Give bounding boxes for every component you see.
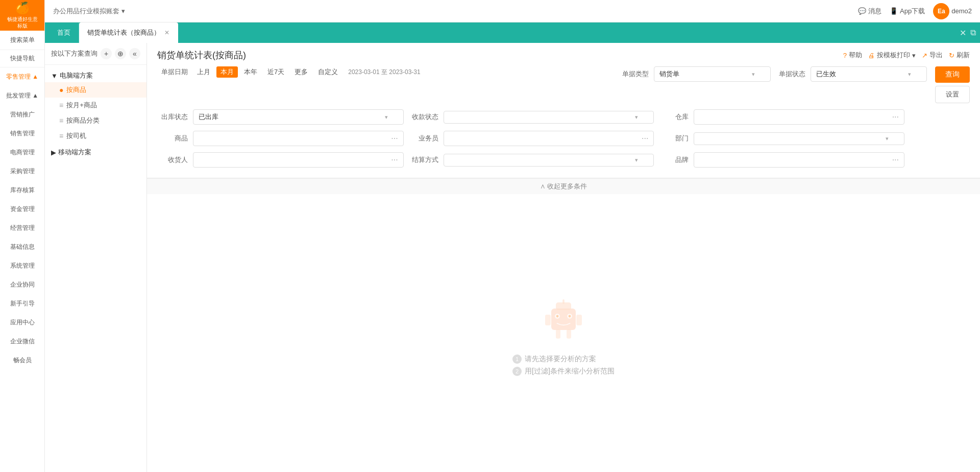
tab-sales-stat[interactable]: 销货单统计表（按商品） ✕ (79, 22, 178, 43)
export-label: 导出 (929, 51, 943, 60)
export-btn[interactable]: ↗ 导出 (922, 51, 943, 60)
sidebar-item-inventory[interactable]: 库存核算 (0, 181, 44, 200)
date-range: 2023-03-01 至 2023-03-31 (348, 68, 420, 77)
sidebar-item-ecommerce[interactable]: 电商管理 (0, 143, 44, 162)
username: demo2 (951, 7, 972, 15)
finance-label: 资金管理 (10, 205, 35, 214)
breadcrumb-dropdown[interactable]: 办公用品行业模拟账套 ▾ (53, 7, 125, 16)
sidebar-item-operation[interactable]: 经营管理 (0, 219, 44, 238)
receiver-dots-icon[interactable]: ··· (391, 155, 398, 164)
product-input[interactable]: ··· (193, 131, 404, 146)
product-dots-icon[interactable]: ··· (391, 134, 398, 143)
tree-item-by-product[interactable]: ● 按商品 (45, 82, 146, 98)
brand-dots-icon[interactable]: ··· (892, 155, 899, 164)
add-scheme-btn[interactable]: + (101, 48, 112, 59)
sidebar-item-wholesale[interactable]: 批发管理 ▲ (0, 86, 44, 105)
bill-status-select[interactable]: 已生效 ▾ (811, 66, 927, 82)
tree-group-pc[interactable]: ▼ 电脑端方案 (45, 69, 146, 82)
sidebar-item-basic[interactable]: 基础信息 (0, 238, 44, 256)
bill-type-value: 销货单 (659, 69, 679, 79)
date-tab-more[interactable]: 更多 (290, 66, 312, 78)
product-label: 商品 (157, 134, 193, 143)
newguide-label: 新手引导 (10, 299, 35, 308)
sidebar-item-purchase[interactable]: 采购管理 (0, 162, 44, 181)
settings-button[interactable]: 设置 (935, 86, 970, 103)
print-btn[interactable]: 🖨 按模板打印 ▾ (868, 51, 916, 60)
brand-input[interactable]: ··· (694, 152, 904, 168)
breadcrumb-text: 办公用品行业模拟账套 (53, 7, 119, 16)
help-btn[interactable]: ? 帮助 (843, 51, 862, 60)
sidebar-item-retail[interactable]: 零售管理 ▲ (0, 67, 44, 86)
department-select[interactable]: ▾ (694, 132, 904, 145)
tree-item-by-category[interactable]: ≡ 按商品分类 (45, 113, 146, 128)
avatar-text: Ea (938, 8, 945, 15)
salesperson-dots-icon[interactable]: ··· (642, 134, 648, 143)
help-icon: ? (843, 52, 847, 59)
empty-tip-1: 1 请先选择要分析的方案 (512, 355, 615, 364)
settlement-select[interactable]: ▾ (444, 154, 654, 167)
date-tab-custom[interactable]: 自定义 (314, 66, 342, 78)
list-icon-1: ≡ (59, 101, 63, 109)
list-icon-2: ≡ (59, 116, 63, 125)
bill-type-select[interactable]: 销货单 ▾ (654, 66, 770, 82)
tree-collapse-icon: ▶ (51, 149, 56, 156)
tree-item-by-cashier[interactable]: ≡ 按司机 (45, 128, 146, 144)
print-label: 按模板打印 (877, 51, 910, 60)
warehouse-input[interactable]: ··· (694, 109, 904, 125)
sidebar-item-member[interactable]: 畅会员 (0, 351, 44, 370)
restore-tab-icon[interactable]: ⧉ (970, 28, 976, 37)
sidebar-item-sales[interactable]: 销售管理 (0, 124, 44, 143)
quick-nav[interactable]: 快捷导航 (0, 50, 44, 67)
out-status-chevron-icon: ▾ (385, 114, 388, 121)
collapse-filter-btn[interactable]: ∧ 收起更多条件 (147, 178, 980, 194)
date-tab-7days[interactable]: 近7天 (263, 66, 288, 78)
page-header: 销货单统计表(按商品) ? 帮助 🖨 按模板打印 ▾ ↗ (147, 43, 980, 178)
app-download-btn[interactable]: 📱 App下载 (890, 7, 925, 16)
receiver-input[interactable]: ··· (193, 152, 404, 168)
sidebar-item-appcenter[interactable]: 应用中心 (0, 313, 44, 332)
refresh-btn[interactable]: ↻ 刷新 (949, 51, 970, 60)
out-status-select[interactable]: 已出库 ▾ (193, 109, 404, 125)
tree-item-by-cashier-label: 按司机 (66, 131, 86, 140)
salesperson-label: 业务员 (408, 134, 444, 143)
sidebar-logo: 🍊 畅捷通好生意 标版 (0, 0, 45, 31)
message-btn[interactable]: 💬 消息 (858, 7, 881, 16)
tab-home[interactable]: 首页 (49, 22, 79, 43)
tree-item-by-category-label: 按商品分类 (66, 116, 100, 125)
avatar: Ea (933, 3, 949, 19)
date-control: 上月 本月 本年 近7天 更多 自定义 2023-03-01 至 2023-03… (193, 66, 614, 78)
sidebar-item-marketing[interactable]: 营销推广 (0, 105, 44, 124)
sidebar-item-enterprise[interactable]: 企业协同 (0, 275, 44, 294)
collapse-panel-btn[interactable]: « (129, 48, 140, 59)
svg-point-6 (569, 315, 571, 318)
date-tab-lastmonth[interactable]: 上月 (193, 66, 214, 78)
print-icon: 🖨 (868, 52, 875, 59)
content-area: 按以下方案查询 + ⊕ « ▼ 电脑端方案 ● 按商品 ≡ 按月+ (45, 43, 980, 472)
bill-status-label: 单据状态 (775, 69, 811, 79)
sidebar-item-finance[interactable]: 资金管理 (0, 200, 44, 219)
sidebar-item-wechat[interactable]: 企业微信 (0, 332, 44, 351)
ecommerce-label: 电商管理 (10, 148, 35, 157)
tree-group-mobile[interactable]: ▶ 移动端方案 (45, 146, 146, 159)
edit-scheme-btn[interactable]: ⊕ (115, 48, 126, 59)
tree-item-by-month-product-label: 按月+商品 (66, 101, 97, 110)
sales-label: 销售管理 (10, 129, 35, 138)
sidebar-item-newguide[interactable]: 新手引导 (0, 294, 44, 313)
sidebar-item-system[interactable]: 系统管理 (0, 256, 44, 275)
tab-close-icon[interactable]: ✕ (164, 29, 169, 36)
date-tab-currentmonth[interactable]: 本月 (216, 66, 238, 78)
salesperson-input[interactable]: ··· (444, 131, 654, 146)
system-label: 系统管理 (10, 262, 35, 270)
tree-item-by-month-product[interactable]: ≡ 按月+商品 (45, 98, 146, 113)
warehouse-dots-icon[interactable]: ··· (892, 112, 899, 122)
user-profile[interactable]: Ea demo2 (933, 3, 972, 19)
tree-expand-icon: ▼ (51, 72, 58, 80)
query-button[interactable]: 查询 (935, 66, 970, 83)
warehouse-label: 仓库 (658, 112, 694, 122)
left-panel-actions: + ⊕ « (101, 48, 140, 59)
search-menu[interactable]: 搜索菜单 (0, 31, 44, 50)
date-tab-year[interactable]: 本年 (240, 66, 261, 78)
purchase-label: 采购管理 (10, 167, 35, 176)
close-tab-icon[interactable]: ✕ (960, 28, 966, 38)
receive-status-select[interactable]: ▾ (444, 111, 654, 124)
